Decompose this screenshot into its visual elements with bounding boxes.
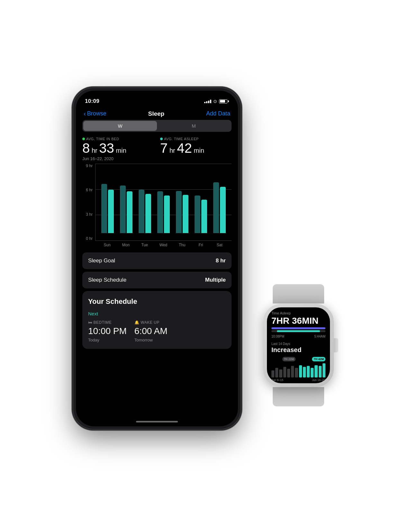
- watch-badge-1: 7H 22M: [282, 357, 296, 361]
- bar-in-bed-tue: [139, 190, 144, 233]
- mini-bar-5: [291, 366, 294, 377]
- sleep-bar-teal: [271, 330, 325, 332]
- wakeup-item: 🔔 WAKE UP 6:00 AM Tomorrow: [134, 320, 168, 342]
- info-section: Sleep Goal 8 hr Sleep Schedule Multiple: [82, 252, 232, 288]
- avg-asleep-stat: AVG. TIME ASLEEP 7 hr 42 min: [160, 137, 232, 161]
- watch-date-1: Jun 9–15: [271, 378, 283, 382]
- avg-in-bed-label: AVG. TIME IN BED: [82, 137, 154, 141]
- sleep-chart: 9 hr 6 hr 3 hr 0 hr: [82, 164, 232, 247]
- wakeup-value: 6:00 AM: [134, 326, 168, 336]
- home-indicator: [136, 421, 178, 422]
- bar-in-bed-fri: [195, 195, 200, 233]
- watch-band-bottom: [273, 387, 324, 406]
- watch-band-top: [273, 284, 324, 304]
- mini-bar-2: [279, 369, 282, 377]
- sleep-goal-label: Sleep Goal: [88, 258, 115, 264]
- next-badge: Next: [88, 311, 98, 316]
- add-data-button[interactable]: Add Data: [206, 110, 230, 117]
- asleep-dot: [160, 138, 163, 140]
- x-label-mon: Mon: [116, 243, 135, 247]
- avg-in-bed-value: 8 hr 33 min: [82, 141, 154, 155]
- segment-week[interactable]: W: [83, 121, 157, 131]
- segment-month[interactable]: M: [157, 121, 231, 131]
- page-title: Sleep: [148, 110, 164, 117]
- sleep-schedule-value: Multiple: [205, 277, 226, 283]
- x-label-sun: Sun: [98, 243, 116, 247]
- watch-timeline: [271, 327, 325, 332]
- schedule-title: Your Schedule: [88, 297, 226, 306]
- watch-time-asleep-value: 7HR 36MIN: [271, 316, 325, 325]
- bar-asleep-mon: [127, 191, 132, 233]
- bar-group-thu: [173, 164, 192, 233]
- bar-in-bed-thu: [176, 191, 182, 233]
- watch-mini-bars: 7H 22M7H 42M: [271, 361, 325, 377]
- mini-bar-0: [271, 370, 274, 377]
- notch: [125, 91, 189, 102]
- bedtime-value: 10:00 PM: [88, 326, 127, 336]
- apple-watch-device: Time Asleep 7HR 36MIN 10:08PM 5:44AM: [250, 284, 347, 403]
- watch-content: Time Asleep 7HR 36MIN 10:08PM 5:44AM: [267, 307, 330, 383]
- mini-bar-6: [295, 368, 298, 377]
- bar-in-bed-mon: [120, 186, 126, 233]
- bar-asleep-sat: [220, 187, 226, 233]
- date-range: Jun 16–22, 2020: [82, 156, 154, 161]
- sleep-bar-purple: [271, 327, 325, 329]
- mini-bar-8: [303, 367, 306, 377]
- chevron-left-icon: ‹: [84, 110, 86, 117]
- segment-control[interactable]: W M: [82, 120, 232, 132]
- sleep-goal-row[interactable]: Sleep Goal 8 hr: [82, 252, 232, 269]
- watch-body: Time Asleep 7HR 36MIN 10:08PM 5:44AM: [263, 304, 334, 387]
- wakeup-label: 🔔 WAKE UP: [134, 320, 168, 325]
- watch-end-time: 5:44AM: [315, 335, 325, 338]
- watch-time-asleep-label: Time Asleep: [271, 311, 325, 315]
- bedtime-label: 🛏 BEDTIME: [88, 320, 127, 325]
- mini-bar-10: [311, 368, 314, 377]
- status-icons: ⊙: [204, 99, 229, 104]
- mini-bar-4: [287, 369, 290, 378]
- mini-bar-1: [275, 368, 278, 377]
- bar-in-bed-wed: [157, 191, 163, 233]
- bar-group-tue: [135, 164, 154, 233]
- wakeup-sub: Tomorrow: [134, 338, 168, 342]
- avg-in-bed-stat: AVG. TIME IN BED 8 hr 33 min Jun 16–22, …: [82, 137, 154, 161]
- watch-date-labels: Jun 9–15 Jun 16–22: [271, 378, 325, 382]
- wifi-icon: ⊙: [213, 99, 217, 104]
- watch-last-days-label: Last 14 Days: [271, 342, 325, 346]
- bar-group-sat: [210, 164, 229, 233]
- watch-start-time: 10:08PM: [271, 335, 284, 338]
- bar-asleep-fri: [201, 200, 207, 233]
- back-button[interactable]: ‹ Browse: [84, 110, 106, 117]
- schedule-section: Your Schedule Next 🛏 BEDTIME 10:00 PM To…: [82, 291, 232, 349]
- mini-bar-9: [307, 366, 310, 377]
- mini-bar-12: [319, 366, 322, 377]
- watch-time-labels: 10:08PM 5:44AM: [271, 335, 325, 338]
- x-label-sat: Sat: [210, 243, 229, 247]
- chart-bars-area: [95, 164, 232, 241]
- bar-group-wed: [154, 164, 173, 233]
- chart-y-labels: 9 hr 6 hr 3 hr 0 hr: [82, 164, 95, 241]
- chart-area: 9 hr 6 hr 3 hr 0 hr: [82, 164, 232, 241]
- mini-bar-7: [299, 365, 302, 378]
- bar-asleep-thu: [183, 195, 188, 233]
- bar-group-fri: [192, 164, 210, 233]
- avg-asleep-value: 7 hr 42 min: [160, 141, 232, 155]
- x-label-fri: Fri: [191, 243, 210, 247]
- sleep-schedule-row[interactable]: Sleep Schedule Multiple: [82, 272, 232, 288]
- bedtime-item: 🛏 BEDTIME 10:00 PM Today: [88, 320, 127, 342]
- watch-badge-2: 7H 42M: [312, 357, 325, 361]
- watch-date-2: Jun 16–22: [312, 378, 325, 382]
- mini-bar-11: [315, 365, 317, 378]
- iphone-screen: 10:09 ⊙: [76, 91, 238, 426]
- bar-group-mon: [117, 164, 135, 233]
- watch-crown[interactable]: [334, 338, 338, 352]
- x-label-tue: Tue: [135, 243, 154, 247]
- chart-x-labels: SunMonTueWedThuFriSat: [82, 241, 232, 247]
- avg-asleep-label: AVG. TIME ASLEEP: [160, 137, 232, 141]
- bedtime-sub: Today: [88, 338, 127, 342]
- in-bed-dot: [82, 138, 85, 140]
- iphone-device: 10:09 ⊙: [73, 88, 241, 429]
- x-label-thu: Thu: [173, 243, 191, 247]
- signal-icon: [204, 100, 211, 103]
- x-label-wed: Wed: [154, 243, 173, 247]
- bar-in-bed-sat: [213, 182, 219, 233]
